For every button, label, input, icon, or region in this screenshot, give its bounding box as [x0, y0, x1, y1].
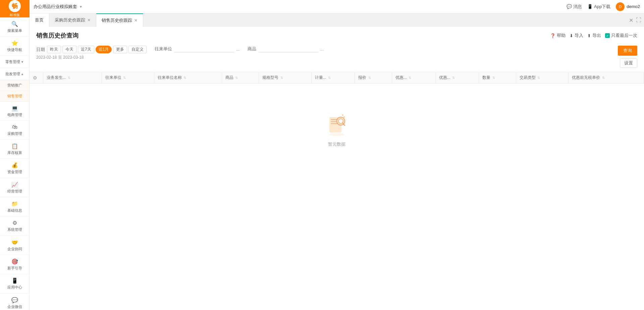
customer-name-label: 往来单位名称: [158, 75, 182, 80]
user-avatar: D: [616, 2, 625, 11]
tab-maximize-btn[interactable]: ⛶: [636, 17, 641, 23]
sidebar-item-apps[interactable]: 📱 应用中心: [0, 274, 29, 293]
tab-purchase-history[interactable]: 采购历史价跟踪 ✕: [49, 13, 96, 27]
svg-point-10: [342, 115, 343, 116]
table-header-biz-date[interactable]: 业务发生... ⇅: [43, 72, 102, 84]
empty-text: 暂元数据: [328, 141, 345, 147]
table-header-quantity[interactable]: 数量 ⇅: [479, 72, 516, 84]
table-header-row: ⚙ 业务发生... ⇅ 往来单位 ⇅ 往来单位名称: [30, 72, 644, 84]
star-icon: ⭐: [11, 40, 18, 46]
only-last-checkbox[interactable]: ✓: [605, 33, 610, 38]
sidebar-item-quick-nav[interactable]: ⭐ 快捷导航: [0, 37, 29, 56]
customer-dots[interactable]: ...: [236, 47, 239, 52]
message-btn[interactable]: 💬 消息: [567, 4, 582, 10]
table-header-pretax-price[interactable]: 优惠前无税单价 ⇅: [569, 72, 644, 84]
table-header-spec[interactable]: 规格型号 ⇅: [259, 72, 311, 84]
customer-filter-group: 往来单位 ...: [155, 46, 239, 52]
sidebar-item-inventory[interactable]: 📋 库存核算: [0, 140, 29, 159]
table-header-product[interactable]: 商品 ⇅: [222, 72, 259, 84]
user-menu[interactable]: D demo2: [616, 2, 640, 11]
discount2-sort-icon: ⇅: [452, 76, 455, 80]
date-btn-today[interactable]: 今天: [62, 46, 76, 53]
main-area: 办公用品行业模拟账套 ▾ 💬 消息 📱 App下载 D demo2 首页 采购历…: [30, 0, 644, 310]
tab-close-all-btn[interactable]: ✕: [629, 17, 633, 23]
sidebar-item-wholesale[interactable]: 批发管理 ▲: [0, 68, 29, 80]
guide-icon: 🎯: [11, 258, 18, 265]
logo-tagline: 标准版: [10, 13, 20, 17]
sidebar-item-purchase-label: 采购管理: [7, 131, 22, 136]
sidebar-item-ecommerce-label: 电商管理: [7, 112, 22, 117]
sidebar-item-system[interactable]: ⚙ 系统管理: [0, 216, 29, 236]
sidebar-item-search[interactable]: 🔍 搜索菜单: [0, 17, 29, 37]
sales-mgmt-label: 销售管理: [7, 94, 22, 99]
biz-date-sort-icon: ⇅: [68, 76, 70, 80]
sidebar-item-marketing[interactable]: 营销推广: [0, 80, 29, 91]
customer-input[interactable]: [174, 46, 234, 52]
date-btn-yesterday[interactable]: 昨天: [47, 46, 61, 53]
sidebar-item-search-label: 搜索菜单: [7, 28, 22, 33]
topbar: 办公用品行业模拟账套 ▾ 💬 消息 📱 App下载 D demo2: [30, 0, 644, 13]
content-area: 销售历史价查询 ❓ 帮助 ⬇ 导入 ⬆ 导出: [30, 27, 644, 310]
customer-code-sort-icon: ⇅: [123, 76, 126, 80]
sidebar-item-operations[interactable]: 📈 经营管理: [0, 178, 29, 197]
sidebar-item-operations-label: 经营管理: [7, 189, 22, 194]
export-btn[interactable]: ⬆ 导出: [587, 33, 601, 39]
sidebar-item-basics[interactable]: 📁 基础信息: [0, 197, 29, 216]
tab-sales-history[interactable]: 销售历史价跟踪 ✕: [96, 13, 143, 27]
table-header-settings: ⚙: [30, 72, 43, 84]
query-button[interactable]: 查询: [618, 46, 637, 56]
table-header-unit[interactable]: 计量... ⇅: [311, 72, 355, 84]
product-input[interactable]: [258, 46, 319, 52]
table-settings-icon[interactable]: ⚙: [33, 75, 37, 81]
sidebar-item-guide[interactable]: 🎯 新手引导: [0, 255, 29, 274]
settings-button[interactable]: 设置: [620, 58, 637, 68]
data-table: ⚙ 业务发生... ⇅ 往来单位 ⇅ 往来单位名称: [30, 72, 644, 84]
app-download-label: App下载: [594, 4, 610, 10]
table-header-customer-name[interactable]: 往来单位名称 ⇅: [154, 72, 222, 84]
table-header-discount1[interactable]: 优惠... ⇅: [392, 72, 436, 84]
sidebar-item-inventory-label: 库存核算: [7, 150, 22, 155]
filter-row-actions: 查询 设置: [618, 46, 637, 68]
sidebar-item-ecommerce[interactable]: 💻 电商管理: [0, 102, 29, 121]
sidebar-item-retail[interactable]: 零售管理 ▼: [0, 56, 29, 68]
quoted-price-label: 报价: [358, 75, 366, 80]
quantity-sort-icon: ⇅: [492, 76, 495, 80]
topbar-right: 💬 消息 📱 App下载 D demo2: [567, 2, 640, 11]
sidebar-item-quick-nav-label: 快捷导航: [7, 47, 22, 52]
import-btn[interactable]: ⬇ 导入: [570, 33, 583, 39]
sidebar-item-enterprise[interactable]: 🤝 企业协同: [0, 236, 29, 255]
spec-label: 规格型号: [262, 75, 278, 80]
date-btn-more[interactable]: 更多: [113, 46, 127, 53]
customer-name-sort-icon: ⇅: [183, 76, 186, 80]
table-header-trade-type[interactable]: 交易类型 ⇅: [516, 72, 569, 84]
sidebar-item-purchase[interactable]: 🛍 采购管理: [0, 121, 29, 140]
sidebar-logo: 畅 标准版: [0, 0, 30, 17]
tab-purchase-history-close[interactable]: ✕: [87, 18, 91, 22]
help-btn[interactable]: ❓ 帮助: [550, 33, 566, 39]
logo-icon: 畅: [9, 0, 21, 12]
tab-home[interactable]: 首页: [30, 13, 49, 27]
table-header-discount2[interactable]: 优惠... ⇅: [435, 72, 479, 84]
sidebar-item-sales-mgmt[interactable]: 销售管理: [0, 91, 29, 102]
sidebar-item-finance[interactable]: 💰 资金管理: [0, 159, 29, 178]
app-download-btn[interactable]: 📱 App下载: [587, 4, 610, 10]
trade-type-sort-icon: ⇅: [537, 76, 540, 80]
empty-illustration: [323, 110, 350, 137]
date-btn-last1m[interactable]: 近1月: [96, 46, 112, 53]
retail-arrow: ▼: [21, 60, 24, 64]
table-header-quoted-price[interactable]: 报价 ⇅: [355, 72, 392, 84]
date-btn-custom[interactable]: 自定义: [128, 46, 147, 53]
table-header-customer-code[interactable]: 往来单位 ⇅: [102, 72, 154, 84]
purchase-icon: 🛍: [12, 124, 17, 130]
workspace-dropdown-icon[interactable]: ▾: [80, 4, 82, 9]
only-last-checkbox-label[interactable]: ✓ 只看最后一次: [605, 33, 637, 39]
date-btn-last7[interactable]: 近7天: [78, 46, 94, 53]
sidebar-item-wechat[interactable]: 💬 企业微信: [0, 294, 29, 310]
tab-sales-history-close[interactable]: ✕: [134, 18, 138, 23]
message-label: 消息: [573, 4, 582, 10]
svg-point-9: [346, 119, 347, 120]
tabsbar-actions: ✕ ⛶: [629, 17, 644, 23]
product-dots[interactable]: ...: [320, 47, 324, 52]
empty-state: 暂元数据: [30, 84, 644, 174]
product-label: 商品: [248, 46, 256, 52]
